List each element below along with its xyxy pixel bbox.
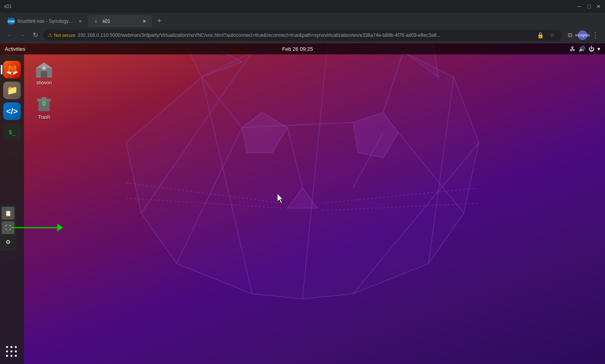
cat-wallpaper bbox=[0, 43, 605, 364]
svg-rect-23 bbox=[41, 71, 47, 78]
svg-line-5 bbox=[429, 77, 454, 264]
svg-line-15 bbox=[242, 122, 353, 128]
firefox-icon: 🦊 bbox=[6, 64, 18, 76]
home-icon-label: shovon bbox=[36, 80, 52, 86]
vnc-content[interactable]: Activities Feb 26 09:25 🖧 🔊 ⏻ ▾ 🦊 📁 </> bbox=[0, 43, 605, 364]
activities-button[interactable]: Activities bbox=[5, 46, 25, 52]
browser-chrome: s01 ─ □ ✕ DSM linuxhint-nas - Synology N… bbox=[0, 0, 605, 43]
dock-item-vscode[interactable]: </> bbox=[3, 102, 21, 120]
svg-rect-26 bbox=[42, 97, 46, 99]
dock-item-firefox[interactable]: 🦊 bbox=[3, 61, 21, 78]
address-bar: ← → ↻ ⚠ Not secure 192.168.0.110:5000/we… bbox=[0, 27, 605, 43]
tab-favicon-synology: DSM bbox=[8, 18, 14, 24]
svg-marker-10 bbox=[287, 188, 318, 208]
novnc-clipboard-button[interactable]: 📋 bbox=[2, 207, 14, 220]
menu-button[interactable]: ⋮ bbox=[591, 30, 600, 40]
svg-line-14 bbox=[323, 203, 479, 211]
svg-marker-9 bbox=[353, 112, 398, 158]
tab-synology[interactable]: DSM linuxhint-nas - Synology NAS ✕ bbox=[3, 15, 88, 27]
desktop-icons: shovon bbox=[28, 59, 60, 120]
novnc-side-buttons: 📋 ⛶ ⚙ bbox=[0, 204, 16, 251]
profile-button[interactable]: Incognito bbox=[578, 30, 587, 40]
ubuntu-desktop[interactable]: Activities Feb 26 09:25 🖧 🔊 ⏻ ▾ 🦊 📁 </> bbox=[0, 43, 605, 364]
new-tab-button[interactable]: + bbox=[154, 15, 165, 26]
gnome-topbar: Activities Feb 26 09:25 🖧 🔊 ⏻ ▾ bbox=[0, 43, 605, 54]
profile-label: Incognito bbox=[575, 33, 590, 37]
star-icon[interactable]: ☆ bbox=[547, 30, 557, 40]
tab-close-s01[interactable]: ✕ bbox=[141, 18, 147, 24]
svg-line-12 bbox=[126, 198, 282, 208]
minimize-button[interactable]: ─ bbox=[577, 4, 582, 9]
svg-line-16 bbox=[287, 128, 302, 188]
warning-icon: ⚠ bbox=[48, 32, 52, 38]
mouse-cursor bbox=[277, 194, 285, 205]
trash-icon bbox=[34, 94, 54, 113]
svg-line-17 bbox=[353, 132, 383, 188]
network-icon[interactable]: 🖧 bbox=[570, 46, 575, 52]
files-icon: 📁 bbox=[7, 85, 18, 96]
security-warning-text: Not secure bbox=[54, 33, 75, 38]
svg-line-7 bbox=[353, 143, 479, 294]
trash-icon-label: Trash bbox=[38, 114, 50, 120]
tab-s01[interactable]: s s01 ✕ bbox=[88, 15, 152, 27]
svg-line-11 bbox=[126, 183, 282, 203]
reload-button[interactable]: ↻ bbox=[30, 30, 40, 40]
maximize-button[interactable]: □ bbox=[587, 4, 591, 9]
svg-line-20 bbox=[202, 77, 242, 128]
vscode-icon: </> bbox=[6, 107, 18, 116]
topbar-clock: Feb 26 09:25 bbox=[282, 46, 313, 52]
novnc-panel: 📋 ⛶ ⚙ bbox=[0, 204, 16, 251]
svg-marker-8 bbox=[242, 112, 287, 153]
window-controls: ─ □ ✕ bbox=[577, 4, 601, 9]
svg-line-3 bbox=[302, 43, 328, 299]
novnc-fullscreen-button[interactable]: ⛶ bbox=[2, 221, 14, 234]
address-input[interactable]: ⚠ Not secure 192.168.0.110:5000/webman/3… bbox=[43, 30, 562, 41]
lock-icon: 🔒 bbox=[535, 30, 545, 40]
desktop-icon-home[interactable]: shovon bbox=[28, 59, 60, 86]
close-button[interactable]: ✕ bbox=[596, 4, 601, 9]
svg-line-13 bbox=[323, 188, 479, 203]
volume-icon[interactable]: 🔊 bbox=[579, 46, 585, 52]
svg-line-18 bbox=[176, 128, 242, 264]
system-tray: 🖧 🔊 ⏻ ▾ bbox=[570, 46, 600, 52]
desktop-icon-trash[interactable]: Trash bbox=[28, 94, 60, 120]
svg-marker-0 bbox=[126, 43, 479, 299]
title-bar: s01 ─ □ ✕ bbox=[0, 0, 605, 13]
tab-bar: DSM linuxhint-nas - Synology NAS ✕ s s01… bbox=[0, 13, 605, 27]
tab-label-synology: linuxhint-nas - Synology NAS bbox=[18, 18, 74, 24]
svg-line-6 bbox=[141, 52, 252, 213]
dock-item-terminal[interactable]: $_ bbox=[3, 123, 21, 141]
power-icon[interactable]: ⏻ bbox=[589, 46, 594, 52]
show-applications-button[interactable] bbox=[3, 343, 21, 361]
url-text: 192.168.0.110:5000/webman/3rdparty/Virtu… bbox=[78, 32, 533, 38]
tab-label-s01: s01 bbox=[102, 18, 110, 24]
svg-line-21 bbox=[383, 52, 403, 112]
forward-button[interactable]: → bbox=[18, 30, 27, 40]
terminal-icon: $_ bbox=[9, 129, 16, 135]
window-title: s01 bbox=[4, 4, 12, 9]
home-folder-icon bbox=[34, 59, 54, 78]
system-menu-icon[interactable]: ▾ bbox=[597, 46, 600, 52]
dock-item-files[interactable]: 📁 bbox=[3, 82, 21, 99]
tab-close-synology[interactable]: ✕ bbox=[77, 18, 83, 24]
svg-line-19 bbox=[398, 132, 464, 213]
extensions-icon[interactable]: ⧉ bbox=[565, 30, 575, 40]
back-button[interactable]: ← bbox=[5, 30, 14, 40]
apps-grid-icon bbox=[6, 346, 18, 358]
svg-line-4 bbox=[202, 77, 252, 294]
tab-favicon-s01: s bbox=[93, 18, 99, 24]
svg-marker-28 bbox=[57, 224, 63, 232]
novnc-settings-button[interactable]: ⚙ bbox=[2, 236, 14, 248]
security-warning: ⚠ Not secure bbox=[48, 32, 75, 38]
